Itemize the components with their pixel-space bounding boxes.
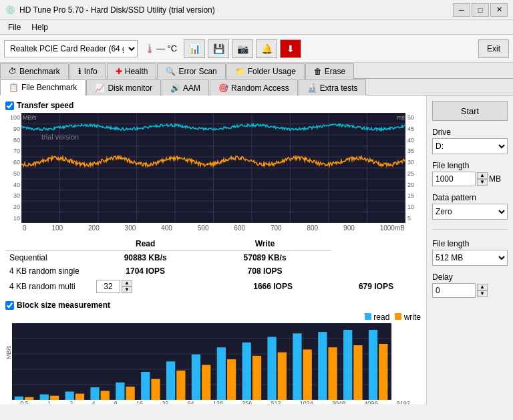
block-x-axis: 0.5 1 2 4 8 16 32 64 128 256 512 1024 20… [5, 400, 421, 404]
main-area: Transfer speed 100 90 80 70 60 50 40 30 … [0, 95, 513, 404]
tab-folder-usage[interactable]: 📁 Folder Usage [226, 63, 305, 79]
filebench-icon: 📋 [9, 83, 19, 92]
delay-section: Delay ▲ ▼ [432, 272, 508, 298]
sequential-label: Sequential [5, 251, 92, 265]
tab-info[interactable]: ℹ Info [69, 63, 106, 79]
write-header: Write [198, 237, 331, 251]
tab-aam[interactable]: 🔊 AAM [162, 79, 209, 95]
tabs-row2: 📋 File Benchmark 📈 Disk monitor 🔊 AAM 🎯 … [0, 79, 513, 95]
read-header: Read [92, 237, 198, 251]
4kb-single-write: 708 IOPS [198, 264, 331, 278]
block-size-label: Block size measurement [17, 300, 110, 310]
results-table: Read Write Sequential 90883 KB/s 57089 K… [5, 237, 421, 295]
maximize-button[interactable]: □ [472, 3, 489, 17]
right-panel: Start Drive D: File length ▲ ▼ MB Data p… [426, 95, 513, 404]
info-icon: ℹ [78, 67, 81, 76]
extratests-icon: 🔬 [307, 83, 317, 93]
4kb-multi-read: 1666 IOPS [198, 278, 331, 295]
4kb-single-read: 1704 IOPS [92, 264, 198, 278]
toolbar-btn-1[interactable]: 📊 [184, 39, 205, 58]
spinner-up[interactable]: ▲ [122, 280, 132, 286]
trial-watermark: trial version [41, 133, 79, 141]
table-row: 4 KB random single 1704 IOPS 708 IOPS [5, 264, 421, 278]
file-length2-dropdown[interactable]: 128 MB 256 MB 512 MB 1 GB [432, 250, 508, 266]
diskmon-icon: 📈 [95, 83, 105, 93]
file-length2-label: File length [432, 239, 508, 248]
drive-selector[interactable]: Realtek PCIE Card Reader (64 gB) [4, 40, 138, 57]
toolbar-btn-4[interactable]: 🔔 [256, 39, 277, 58]
transfer-speed-label: Transfer speed [17, 101, 73, 110]
block-chart [12, 323, 391, 400]
toolbar-btn-3[interactable]: 📷 [232, 39, 253, 58]
file-length-up[interactable]: ▲ [477, 172, 488, 179]
file-length2-section: File length 128 MB 256 MB 512 MB 1 GB [432, 239, 508, 266]
transfer-speed-checkbox[interactable] [5, 101, 14, 110]
y-axis-right: 50 45 40 35 30 25 20 15 10 5 [406, 113, 421, 223]
sequential-write: 57089 KB/s [198, 251, 331, 265]
toolbar-btn-2[interactable]: 💾 [208, 39, 229, 58]
file-length-input[interactable] [432, 172, 476, 186]
thermometer-icon: 🌡️ [144, 43, 155, 53]
tab-erase[interactable]: 🗑 Erase [305, 63, 354, 79]
start-button[interactable]: Start [432, 101, 508, 121]
tab-error-scan[interactable]: 🔍 Error Scan [157, 63, 225, 79]
temp-value: — °C [156, 43, 177, 53]
file-length-unit: MB [489, 174, 501, 184]
toolbar-btn-5[interactable]: ⬇ [280, 39, 301, 58]
menubar: File Help [0, 20, 513, 35]
left-panel: Transfer speed 100 90 80 70 60 50 40 30 … [0, 95, 426, 404]
chart-mbs-label: MB/s [23, 114, 37, 121]
file-length-label: File length [432, 161, 508, 170]
block-mbs-label: MB/s [5, 312, 12, 393]
titlebar: 💿 HD Tune Pro 5.70 - Hard Disk/SSD Utili… [0, 0, 513, 20]
y-axis-left: 100 90 80 70 60 50 40 30 20 10 [5, 113, 21, 223]
data-pattern-section: Data pattern Zero Random 0xAA [432, 193, 508, 220]
transfer-speed-header: Transfer speed [5, 101, 421, 110]
multi-thread-spinner[interactable] [96, 280, 120, 293]
data-pattern-label: Data pattern [432, 193, 508, 202]
block-size-checkbox[interactable] [5, 301, 14, 310]
minimize-button[interactable]: ─ [453, 3, 470, 17]
delay-input[interactable] [432, 283, 476, 298]
folder-icon: 📁 [235, 67, 245, 76]
4kb-single-label: 4 KB random single [5, 264, 92, 278]
4kb-multi-label: 4 KB random multi [9, 282, 75, 291]
drive-dropdown[interactable]: D: [432, 138, 508, 154]
sequential-read: 90883 KB/s [92, 251, 198, 265]
drive-label: Drive [432, 128, 508, 137]
toolbar: Realtek PCIE Card Reader (64 gB) 🌡️ — °C… [0, 35, 513, 63]
chart-ms-label: ms [397, 114, 405, 121]
tab-benchmark[interactable]: ⏱ Benchmark [0, 63, 69, 79]
erase-icon: 🗑 [314, 67, 322, 76]
tab-file-benchmark[interactable]: 📋 File Benchmark [0, 79, 86, 95]
health-icon: ✚ [116, 67, 122, 76]
menu-help[interactable]: Help [26, 21, 53, 33]
drive-section: Drive D: [432, 128, 508, 154]
file-length-section: File length ▲ ▼ MB [432, 161, 508, 186]
table-row: 4 KB random multi ▲ ▼ 1666 IOPS 679 IOPS [5, 278, 421, 295]
delay-label: Delay [432, 272, 508, 282]
temperature-display: 🌡️ — °C [140, 43, 181, 53]
file-length-down[interactable]: ▼ [477, 179, 488, 186]
tab-random-access[interactable]: 🎯 Random Access [210, 79, 298, 95]
transfer-chart [21, 113, 405, 223]
menu-file[interactable]: File [3, 21, 26, 33]
spinner-down[interactable]: ▼ [122, 286, 132, 293]
delay-down[interactable]: ▼ [477, 290, 488, 297]
block-legend: read write [12, 312, 421, 322]
tab-disk-monitor[interactable]: 📈 Disk monitor [86, 79, 161, 95]
tabs-row1: ⏱ Benchmark ℹ Info ✚ Health 🔍 Error Scan… [0, 63, 513, 79]
x-axis: 0 100 200 300 400 500 600 700 800 900 10… [5, 224, 421, 232]
exit-button[interactable]: Exit [478, 39, 509, 58]
tab-extra-tests[interactable]: 🔬 Extra tests [299, 79, 367, 95]
data-pattern-dropdown[interactable]: Zero Random 0xAA [432, 204, 508, 220]
delay-up[interactable]: ▲ [477, 284, 488, 290]
divider [432, 229, 508, 230]
table-row: Sequential 90883 KB/s 57089 KB/s [5, 251, 421, 265]
benchmark-icon: ⏱ [9, 67, 17, 76]
4kb-multi-write: 679 IOPS [331, 278, 421, 295]
randomaccess-icon: 🎯 [218, 83, 228, 93]
close-button[interactable]: ✕ [490, 3, 508, 17]
errorscan-icon: 🔍 [166, 67, 176, 76]
tab-health[interactable]: ✚ Health [107, 63, 157, 79]
